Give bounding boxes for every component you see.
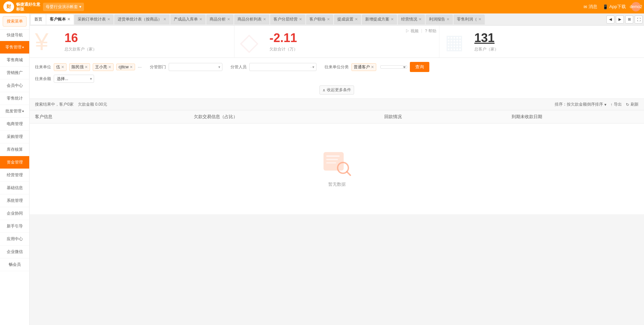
tab-new-commission-plan[interactable]: 新增提成方案 ✕ <box>362 14 397 25</box>
filter-dept-input[interactable] <box>169 63 222 71</box>
quick-nav-button[interactable]: 快捷导航 <box>0 30 29 41</box>
message-button[interactable]: ✉ 消息 <box>584 4 597 10</box>
filter-category-select-wrapper: ▾ <box>380 65 407 69</box>
filter-tag-remove-2[interactable]: ✕ <box>85 65 88 69</box>
empty-text: 暂无数据 <box>328 181 346 187</box>
main-layout: 搜索菜单 快捷导航 零售管理 ▾ 零售商城 营销推广 会员中心 零售统计 批发管… <box>0 13 644 325</box>
sidebar-item-chang-member[interactable]: 畅会员 <box>0 258 29 271</box>
filter-person-select-wrapper: ··· <box>249 63 316 71</box>
tab-close-product-inbound[interactable]: ✕ <box>199 17 202 22</box>
stat-card-total-customers: ▦ 131 总客户（家） <box>439 26 644 58</box>
collapse-filter-button[interactable]: ∧ 收起更多条件 <box>319 85 354 95</box>
stat-label-debt: 欠款合计（万） <box>269 46 298 52</box>
filter-person-input[interactable] <box>249 63 316 71</box>
tab-next-button[interactable]: ▶ <box>616 15 624 24</box>
tab-close-customer-contact[interactable]: ✕ <box>327 17 330 22</box>
sort-icon: ▾ <box>604 102 606 107</box>
filter-balance-select[interactable]: 选择... <box>54 75 94 83</box>
sidebar-item-inventory[interactable]: 库存核算 <box>0 143 29 156</box>
tab-commission-settings[interactable]: 提成设置 ✕ <box>334 14 361 25</box>
filter-tag-unit-3: 王小亮 ✕ <box>93 63 114 71</box>
filter-tag-remove-4[interactable]: ✕ <box>130 65 133 69</box>
tab-purchase-stats-product[interactable]: 进货单统计表（按商品） ✕ <box>114 14 170 25</box>
tab-close-profit[interactable]: ✕ <box>446 17 449 22</box>
sort-button[interactable]: 排序：按欠款金额倒序排序 ▾ <box>555 102 606 107</box>
sidebar-item-enterprise-wechat[interactable]: 企业微信 <box>0 246 29 258</box>
tab-fullscreen-button[interactable]: ⛶ <box>635 15 643 24</box>
tab-close-purchase-stats[interactable]: ✕ <box>163 17 166 22</box>
filter-tag-unit-1: 伍 ✕ <box>54 63 67 71</box>
filter-row-1: 往来单位 伍 ✕ 陈民强 ✕ 王小亮 ✕ <box>35 62 639 72</box>
tab-close-retail-profit[interactable]: ✕ <box>478 17 481 22</box>
help-button[interactable]: ? 帮助 <box>425 28 436 34</box>
export-button[interactable]: ↑ 导出 <box>610 102 622 107</box>
tab-product-inbound[interactable]: 产成品入库单 ✕ <box>170 14 206 25</box>
tab-close-new-commission[interactable]: ✕ <box>391 17 394 22</box>
sidebar-item-purchase-mgmt[interactable]: 采购管理 <box>0 131 29 143</box>
tab-close-operations[interactable]: ✕ <box>419 17 422 22</box>
sidebar-item-retail-stats[interactable]: 零售统计 <box>0 92 29 105</box>
tab-bar: 首页 客户账本 ✕ 采购订单统计表 ✕ 进货单统计表（按商品） ✕ 产成品入库单… <box>30 13 644 26</box>
sidebar-item-operations-mgmt[interactable]: 经营管理 <box>0 169 29 182</box>
search-menu-button[interactable]: 搜索菜单 <box>3 16 27 27</box>
logo-text: 畅捷通好生意 标版 <box>16 2 40 12</box>
sidebar-item-enterprise-collab[interactable]: 企业协同 <box>0 207 29 220</box>
filter-unit-label: 往来单位 <box>35 64 51 70</box>
sidebar-item-wholesale-mgmt[interactable]: 批发管理 ▾ <box>0 105 29 118</box>
store-selector[interactable]: 母婴行业演示帐套 ▾ <box>43 3 84 11</box>
stat-value-total: 131 <box>474 31 499 45</box>
col-header-repayment: 回款情况 <box>384 114 511 120</box>
top-bar-right: ✉ 消息 📱 App下载 demo2 <box>584 2 641 11</box>
col-header-debt: 欠款交易信息（占比） <box>194 114 384 120</box>
tab-close-purchase-order[interactable]: ✕ <box>107 17 110 22</box>
sidebar-item-retail-mgmt[interactable]: 零售管理 ▾ <box>0 41 29 54</box>
filter-area: 往来单位 伍 ✕ 陈民强 ✕ 王小亮 ✕ <box>30 58 644 99</box>
filter-tag-remove-3[interactable]: ✕ <box>108 65 111 69</box>
tab-customer-layered[interactable]: 客户分层经营 ✕ <box>270 14 305 25</box>
tab-product-analysis-list[interactable]: 商品分析列表 ✕ <box>234 14 269 25</box>
filter-tag-remove-category-1[interactable]: ✕ <box>371 65 374 69</box>
user-avatar[interactable]: demo2 <box>631 2 641 11</box>
filter-tag-remove-1[interactable]: ✕ <box>61 65 64 69</box>
filter-category-dropdown[interactable] <box>380 65 407 69</box>
sidebar-item-system-mgmt[interactable]: 系统管理 <box>0 194 29 207</box>
tab-close-product-analysis-list[interactable]: ✕ <box>263 17 266 22</box>
sidebar-item-member-center[interactable]: 会员中心 <box>0 79 29 92</box>
sidebar-item-newcomer-guide[interactable]: 新手引导 <box>0 220 29 233</box>
sidebar-item-marketing[interactable]: 营销推广 <box>0 67 29 79</box>
tab-close-commission[interactable]: ✕ <box>355 17 358 22</box>
filter-category-label: 往来单位分类 <box>325 64 349 70</box>
sidebar-item-basic-info[interactable]: 基础信息 <box>0 182 29 194</box>
tab-purchase-order-stats[interactable]: 采购订单统计表 ✕ <box>74 14 114 25</box>
svg-line-5 <box>347 172 350 175</box>
tab-operations-status[interactable]: 经营情况 ✕ <box>398 14 425 25</box>
sidebar-item-capital-mgmt[interactable]: 资金管理 <box>0 156 29 169</box>
sidebar-item-app-center[interactable]: 应用中心 <box>0 233 29 246</box>
video-button[interactable]: ▷ 视频 <box>405 28 419 34</box>
tab-retail-profit[interactable]: 零售利润（ ✕ <box>454 14 485 25</box>
stats-row: ¥ 16 总欠款客户（家） ◇ -2.11 欠款合计（万） <box>30 26 644 58</box>
refresh-button[interactable]: ↻ 刷新 <box>626 102 639 107</box>
tab-close-customer-ledger[interactable]: ✕ <box>67 17 70 22</box>
tab-product-analysis[interactable]: 商品分析 ✕ <box>206 14 233 25</box>
tab-customer-contact[interactable]: 客户联络 ✕ <box>306 14 333 25</box>
tab-customer-ledger[interactable]: 客户账本 ✕ <box>46 14 74 25</box>
filter-person-expand-icon: ··· <box>310 64 314 70</box>
filter-more-units[interactable]: ··· <box>138 64 142 70</box>
content-area: 首页 客户账本 ✕ 采购订单统计表 ✕ 进货单统计表（按商品） ✕ 产成品入库单… <box>30 13 644 325</box>
sidebar-item-ecommerce-mgmt[interactable]: 电商管理 <box>0 118 29 131</box>
tab-close-product-analysis[interactable]: ✕ <box>227 17 230 22</box>
search-button[interactable]: 查询 <box>410 62 429 72</box>
app-download-button[interactable]: 📱 App下载 <box>603 4 626 10</box>
filter-tag-category-1: 普通客户 ✕ <box>351 63 376 71</box>
tab-bar-right: ◀ ▶ ⊞ ⛶ <box>606 15 643 24</box>
svg-rect-3 <box>326 162 336 164</box>
tab-close-customer-layered[interactable]: ✕ <box>299 17 302 22</box>
tab-prev-button[interactable]: ◀ <box>606 15 614 24</box>
sidebar-item-retail-mall[interactable]: 零售商城 <box>0 54 29 67</box>
stat-label-total: 总客户（家） <box>474 46 499 52</box>
tab-expand-button[interactable]: ⊞ <box>625 15 633 24</box>
page-content: ¥ 16 总欠款客户（家） ◇ -2.11 欠款合计（万） <box>30 26 644 325</box>
tab-home[interactable]: 首页 <box>31 14 46 25</box>
tab-profit-report[interactable]: 利润报告 ✕ <box>426 14 453 25</box>
